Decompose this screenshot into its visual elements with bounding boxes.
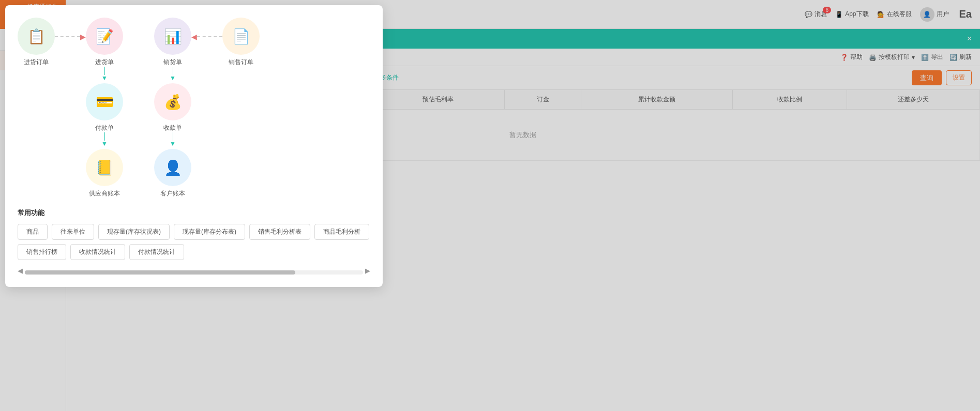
- purchase-bill-label: 进货单: [95, 58, 114, 67]
- flow-diagram: 📋 进货订单 ▶ 📝: [66, 18, 370, 198]
- flow-node-sales-bill[interactable]: 📊 销货单: [154, 18, 191, 67]
- down-tip-sales: ▼: [170, 75, 176, 81]
- flow-row-2: ▼ ▼: [66, 67, 370, 81]
- sales-order-label: 销售订单: [229, 58, 253, 67]
- supplier-ledger-icon: 📒: [96, 159, 114, 176]
- func-btn-stock-dist[interactable]: 现存量(库存分布表): [174, 224, 245, 240]
- modal-scrollbar[interactable]: [66, 270, 363, 275]
- sales-bill-label: 销货单: [163, 58, 182, 67]
- arrow-right-1: ▶: [80, 33, 86, 41]
- down-arrow-receipt: ▼: [154, 132, 191, 147]
- receipt-bill-label: 收款单: [163, 124, 182, 132]
- sales-order-circle: 📄: [222, 18, 260, 55]
- down-arrow-purchase: ▼: [86, 67, 123, 81]
- func-buttons-row2: 销售排行榜 收款情况统计 付款情况统计: [66, 244, 370, 260]
- customer-ledger-label: 客户账本: [160, 189, 185, 198]
- receipt-bill-icon: 💰: [164, 94, 182, 111]
- arrow-h-1: ▶: [66, 33, 86, 52]
- down-tip-payment: ▼: [101, 141, 108, 147]
- modal-scrollbar-area: ◀ ▶: [66, 266, 370, 275]
- flow-node-payment-bill[interactable]: 💳 付款单: [86, 83, 123, 132]
- down-arrow-sales: ▼: [154, 67, 191, 81]
- scroll-right-arrow[interactable]: ▶: [365, 267, 370, 275]
- supplier-ledger-circle: 📒: [86, 149, 123, 186]
- sales-order-icon: 📄: [232, 28, 250, 45]
- flow-row-3: 💳 付款单 💰 收款单: [66, 83, 370, 132]
- modal-scrollbar-thumb: [66, 270, 295, 275]
- flow-row-4: ▼ ▼: [66, 132, 370, 147]
- down-line-purchase: [104, 67, 105, 75]
- flow-node-customer-ledger[interactable]: 👤 客户账本: [154, 149, 191, 198]
- overlay: 📋 进货订单 ▶ 📝: [66, 0, 980, 411]
- supplier-ledger-label: 供应商账本: [89, 189, 120, 198]
- common-functions-title: 常用功能: [66, 208, 370, 218]
- down-arrow-payment: ▼: [86, 132, 123, 147]
- func-btn-stock-status[interactable]: 现存量(库存状况表): [98, 224, 170, 240]
- customer-ledger-circle: 👤: [154, 149, 191, 186]
- main: 装备及固定资产辅助管理系统 ▾ ⚙ 体验行业方案 💬 消息 6 📱 App下载 …: [66, 0, 980, 411]
- content-inner: ❓ 帮助 🖨️ 按模板打印 ▾ ⬆️ 导出 🔄 刷新: [66, 49, 980, 411]
- payment-bill-label: 付款单: [95, 124, 114, 132]
- payment-bill-circle: 💳: [86, 83, 123, 120]
- func-btn-product-gross-analysis[interactable]: 商品毛利分析: [314, 224, 369, 240]
- down-tip-purchase: ▼: [101, 75, 108, 81]
- down-tip-receipt: ▼: [170, 141, 176, 147]
- sales-bill-icon: 📊: [164, 28, 182, 45]
- down-line-sales: [173, 67, 173, 75]
- arrow-h-2: ◀: [191, 33, 222, 52]
- func-btn-counterparty[interactable]: 往来单位: [66, 224, 94, 240]
- receipt-bill-circle: 💰: [154, 83, 191, 120]
- flow-node-purchase-bill[interactable]: 📝 进货单: [86, 18, 123, 67]
- purchase-bill-circle: 📝: [86, 18, 123, 55]
- flow-node-sales-order[interactable]: 📄 销售订单: [222, 18, 260, 67]
- flow-node-receipt-bill[interactable]: 💰 收款单: [154, 83, 191, 132]
- flow-row-1: 📋 进货订单 ▶ 📝: [66, 18, 370, 67]
- arrow-left-1: ◀: [191, 33, 197, 41]
- down-line-receipt: [173, 132, 173, 141]
- payment-bill-icon: 💳: [96, 94, 114, 111]
- flow-row-5: 📒 供应商账本 👤 客户账本: [66, 149, 370, 198]
- common-functions: 常用功能 商品 往来单位 现存量(库存状况表) 现存量(库存分布表) 销售毛利分…: [66, 208, 370, 260]
- func-btn-receipt-stats[interactable]: 收款情况统计: [70, 244, 125, 260]
- purchase-bill-icon: 📝: [96, 28, 114, 45]
- func-btn-sales-gross-analysis[interactable]: 销售毛利分析表: [249, 224, 310, 240]
- guide-modal: 📋 进货订单 ▶ 📝: [66, 5, 383, 287]
- customer-ledger-icon: 👤: [164, 159, 182, 176]
- sales-bill-circle: 📊: [154, 18, 191, 55]
- func-buttons-row1: 商品 往来单位 现存量(库存状况表) 现存量(库存分布表) 销售毛利分析表 商品…: [66, 224, 370, 240]
- func-btn-payment-stats[interactable]: 付款情况统计: [129, 244, 184, 260]
- down-line-payment: [104, 132, 105, 141]
- flow-node-supplier-ledger[interactable]: 📒 供应商账本: [86, 149, 123, 198]
